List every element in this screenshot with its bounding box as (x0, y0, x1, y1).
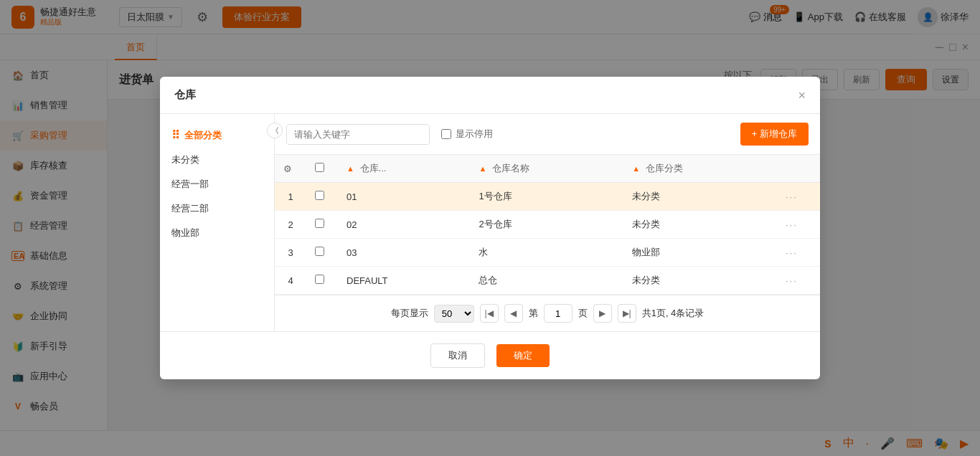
table-row[interactable]: 1 01 1号仓库 未分类 ··· (275, 183, 820, 211)
row-action-3: ··· (777, 239, 820, 267)
row-index-2: 2 (275, 211, 306, 239)
row-index-3: 3 (275, 239, 306, 267)
page-input[interactable] (544, 304, 573, 323)
row-index-4: 4 (275, 267, 306, 295)
th-category: ▲ 仓库分类 (623, 155, 777, 183)
modal-footer: 取消 确定 (160, 331, 820, 379)
th-action (777, 155, 820, 183)
row-action-2: ··· (777, 211, 820, 239)
row-name-1: 1号仓库 (470, 183, 623, 211)
category-all[interactable]: ⠿ 全部分类 (160, 123, 274, 148)
search-input[interactable] (287, 125, 422, 144)
disabled-checkbox[interactable] (441, 129, 451, 139)
category-ops2[interactable]: 经营二部 (160, 196, 274, 221)
th-settings: ⚙ (275, 155, 306, 183)
th-checkbox (306, 155, 338, 183)
row-name-4: 总仓 (470, 267, 623, 295)
warehouse-table: ⚙ ▲ 仓库... ▲ (275, 155, 820, 295)
category-property[interactable]: 物业部 (160, 221, 274, 245)
warehouse-modal: 仓库 × 《 ⠿ 全部分类 未分类 经营一部 经营二部 物业部 (160, 77, 820, 379)
table-toolbar: 🔍 显示停用 + 新增仓库 (275, 114, 820, 155)
row-cat-4: 未分类 (623, 267, 777, 295)
cancel-btn[interactable]: 取消 (430, 343, 485, 368)
modal-body: 《 ⠿ 全部分类 未分类 经营一部 经营二部 物业部 🔍 (160, 114, 820, 331)
table-header-row: ⚙ ▲ 仓库... ▲ (275, 155, 820, 183)
show-disabled-toggle[interactable]: 显示停用 (441, 128, 493, 141)
row-checkbox-2[interactable] (315, 219, 324, 228)
category-ops1[interactable]: 经营一部 (160, 172, 274, 196)
th-name: ▲ 仓库名称 (470, 155, 623, 183)
row-cat-3: 物业部 (623, 239, 777, 267)
prev-page-btn[interactable]: ◀ (504, 304, 523, 323)
row-checkbox-4[interactable] (315, 275, 324, 284)
add-warehouse-btn[interactable]: + 新增仓库 (740, 123, 809, 146)
row-code-1: 01 (338, 183, 470, 211)
modal-overlay: 仓库 × 《 ⠿ 全部分类 未分类 经营一部 经营二部 物业部 (0, 0, 980, 456)
sort-icon-cat: ▲ (632, 164, 640, 173)
sort-icon: ▲ (347, 164, 354, 173)
row-menu-1[interactable]: ··· (786, 191, 798, 202)
row-checkbox-3[interactable] (315, 247, 324, 256)
row-menu-4[interactable]: ··· (786, 275, 798, 286)
settings-gear-icon[interactable]: ⚙ (283, 163, 292, 174)
row-checkbox-1[interactable] (315, 191, 324, 200)
confirm-btn[interactable]: 确定 (496, 344, 550, 367)
row-menu-3[interactable]: ··· (786, 247, 798, 258)
table-panel: 🔍 显示停用 + 新增仓库 (275, 114, 820, 331)
search-icon[interactable]: 🔍 (422, 125, 430, 144)
row-menu-2[interactable]: ··· (786, 219, 798, 230)
table-row[interactable]: 4 DEFAULT 总仓 未分类 ··· (275, 267, 820, 295)
next-page-btn[interactable]: ▶ (593, 304, 612, 323)
modal-close-btn[interactable]: × (798, 89, 806, 102)
row-cat-1: 未分类 (623, 183, 777, 211)
row-name-3: 水 (470, 239, 623, 267)
row-index-1: 1 (275, 183, 306, 211)
table-wrapper: ⚙ ▲ 仓库... ▲ (275, 155, 820, 295)
search-box: 🔍 (286, 124, 430, 145)
last-page-btn[interactable]: ▶| (618, 304, 636, 323)
row-cat-2: 未分类 (623, 211, 777, 239)
modal-header: 仓库 × (160, 77, 820, 114)
select-all-checkbox[interactable] (315, 163, 324, 172)
row-code-2: 02 (338, 211, 470, 239)
collapse-btn[interactable]: 《 (267, 123, 283, 138)
first-page-btn[interactable]: |◀ (480, 304, 499, 323)
row-action-1: ··· (777, 183, 820, 211)
grid-icon: ⠿ (171, 128, 180, 142)
row-action-4: ··· (777, 267, 820, 295)
row-code-4: DEFAULT (338, 267, 470, 295)
th-code: ▲ 仓库... (338, 155, 470, 183)
table-row[interactable]: 2 02 2号仓库 未分类 ··· (275, 211, 820, 239)
pagination: 每页显示 50 20 100 |◀ ◀ 第 页 ▶ ▶| 共1页, 4条记录 (275, 295, 820, 331)
sort-icon-name: ▲ (479, 164, 486, 173)
modal-title: 仓库 (174, 88, 196, 102)
page-size-select[interactable]: 50 20 100 (434, 305, 474, 323)
row-name-2: 2号仓库 (470, 211, 623, 239)
category-unclassified[interactable]: 未分类 (160, 148, 274, 172)
category-panel: 《 ⠿ 全部分类 未分类 经营一部 经营二部 物业部 (160, 114, 275, 331)
row-code-3: 03 (338, 239, 470, 267)
table-row[interactable]: 3 03 水 物业部 ··· (275, 239, 820, 267)
